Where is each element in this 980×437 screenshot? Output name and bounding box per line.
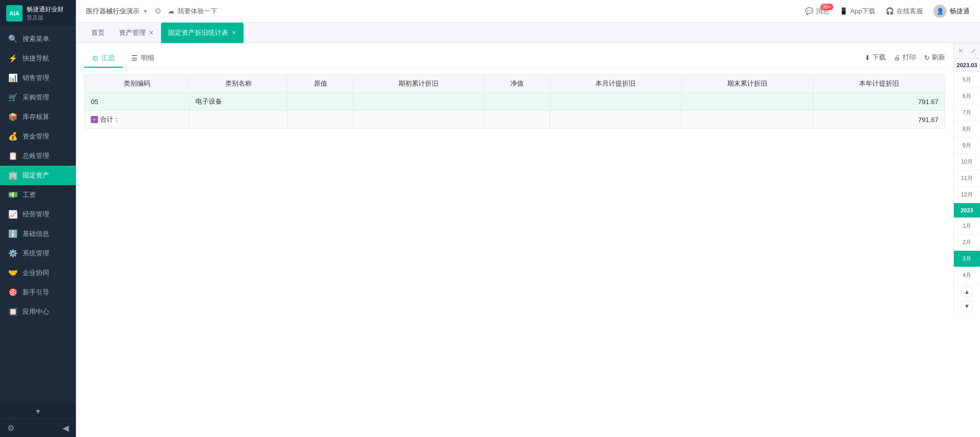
date-panel-close-button[interactable]: ✕	[956, 45, 965, 56]
date-panel-expand-button[interactable]: ⤢	[969, 45, 978, 56]
print-icon: 🖨	[894, 54, 901, 62]
logo-icon: AtA	[6, 5, 23, 22]
month-2023-4[interactable]: 4月	[954, 267, 980, 284]
finance-icon: 💰	[8, 132, 17, 141]
sales-icon: 📊	[8, 73, 17, 83]
user-info[interactable]: 👤 畅捷通	[933, 5, 970, 18]
date-prev-button[interactable]: ▲	[961, 286, 973, 298]
col-yearly-depreciation: 本年计提折旧	[813, 75, 945, 93]
tab-depreciation-report-close[interactable]: ✕	[231, 29, 236, 36]
sub-tab-detail[interactable]: ☰ 明细	[123, 49, 163, 68]
date-panel-actions: ▲ ▼	[954, 284, 980, 314]
year-2023[interactable]: 2023	[954, 203, 980, 218]
row-net-value	[485, 93, 550, 111]
month-earlier-8[interactable]: 8月	[954, 121, 980, 137]
month-earlier-5[interactable]: 5月	[954, 72, 980, 88]
total-yearly-depreciation: 791.67	[813, 111, 945, 129]
sidebar-item-purchase[interactable]: 🛒 采购管理	[0, 88, 76, 107]
main-area: 医疗器械行业演示 ▼ ⚙ ☁ 我要体验一下 💬 消息 99+ 📱 App下载 🎧…	[76, 0, 980, 437]
sidebar-item-system[interactable]: ⚙️ 系统管理	[0, 244, 76, 263]
col-original-value: 原值	[288, 75, 353, 93]
total-row: + 合计： 791.67	[85, 111, 945, 129]
sidebar-settings-button[interactable]: ⚙	[7, 423, 14, 433]
table-row: 05 电子设备 791.67	[85, 93, 945, 111]
sidebar-item-operations[interactable]: 📈 经营管理	[0, 205, 76, 224]
sidebar-item-basic-info[interactable]: ℹ️ 基础信息	[0, 224, 76, 244]
experience-icon: ☁	[168, 7, 174, 15]
print-button[interactable]: 🖨 打印	[894, 53, 916, 62]
logo-text: 畅捷通好业财 普及版	[27, 5, 64, 22]
sidebar-item-search[interactable]: 🔍 搜索菜单	[0, 29, 76, 49]
app-download-button[interactable]: 📱 App下载	[839, 7, 875, 16]
col-opening-accumulated: 期初累计折旧	[353, 75, 485, 93]
main-panel: ⊙ 汇总 ☰ 明细 ⬇ 下载 🖨 打印	[76, 43, 953, 437]
detail-tab-icon: ☰	[131, 54, 138, 62]
toolbar-actions: ⬇ 下载 🖨 打印 ↻ 刷新	[865, 53, 945, 64]
col-name: 类别名称	[189, 75, 288, 93]
topbar-settings-icon[interactable]: ⚙	[154, 6, 162, 16]
company-dropdown-arrow: ▼	[143, 8, 148, 14]
col-closing-accumulated: 期末累计折旧	[682, 75, 813, 93]
sidebar-nav: 🔍 搜索菜单 ⚡ 快捷导航 📊 销售管理 🛒 采购管理 📦 库存核算 💰 资金管…	[0, 27, 76, 405]
experience-button[interactable]: ☁ 我要体验一下	[168, 7, 217, 16]
date-next-button[interactable]: ▼	[961, 300, 973, 312]
sidebar-item-inventory[interactable]: 📦 库存核算	[0, 107, 76, 127]
col-monthly-depreciation: 本月计提折旧	[550, 75, 682, 93]
date-panel: ✕ ⤢ 2023.03 5月 6月 7月 8月 9月 10月 11月 12月 2…	[953, 43, 980, 314]
inventory-icon: 📦	[8, 112, 17, 122]
content-area: ⊙ 汇总 ☰ 明细 ⬇ 下载 🖨 打印	[76, 43, 980, 437]
month-2023-3[interactable]: 3月	[954, 251, 980, 267]
ledger-icon: 📋	[8, 151, 17, 161]
month-2023-1[interactable]: 1月	[954, 218, 980, 234]
company-name: 医疗器械行业演示	[86, 7, 139, 16]
payroll-icon: 💵	[8, 190, 17, 200]
total-label-cell: + 合计：	[85, 111, 189, 129]
sub-tabs-left: ⊙ 汇总 ☰ 明细	[84, 49, 163, 68]
sidebar-item-collab[interactable]: 🤝 企业协同	[0, 263, 76, 283]
sidebar-collapse-button[interactable]: ◀	[63, 423, 69, 433]
row-original-value	[288, 93, 353, 111]
col-code: 类别编码	[85, 75, 189, 93]
table-container: 类别编码 类别名称 原值 期初累计折旧 净值 本月计提折旧 期末累计折旧 本年计…	[84, 74, 945, 129]
notifications-button[interactable]: 💬 消息 99+	[805, 7, 829, 16]
sidebar-item-ledger[interactable]: 📋 总账管理	[0, 146, 76, 166]
tab-bar: 首页 资产管理 ✕ 固定资产折旧统计表 ✕	[76, 23, 980, 43]
sidebar-item-fixed-assets[interactable]: 🏢 固定资产	[0, 166, 76, 185]
refresh-button[interactable]: ↻ 刷新	[924, 53, 945, 62]
month-earlier-9[interactable]: 9月	[954, 137, 980, 154]
company-selector[interactable]: 医疗器械行业演示 ▼	[86, 7, 148, 16]
total-original-value	[288, 111, 353, 129]
row-monthly-depreciation	[550, 93, 682, 111]
month-earlier-11[interactable]: 11月	[954, 170, 980, 187]
col-net-value: 净值	[485, 75, 550, 93]
month-earlier-6[interactable]: 6月	[954, 88, 980, 105]
sidebar-item-payroll[interactable]: 💵 工资	[0, 185, 76, 205]
depreciation-table: 类别编码 类别名称 原值 期初累计折旧 净值 本月计提折旧 期末累计折旧 本年计…	[84, 74, 945, 129]
fixed-assets-icon: 🏢	[8, 171, 17, 180]
tab-asset-management[interactable]: 资产管理 ✕	[112, 23, 161, 43]
sidebar-item-sales[interactable]: 📊 销售管理	[0, 68, 76, 88]
support-icon: 🎧	[886, 7, 894, 15]
expand-icon[interactable]: +	[91, 116, 98, 123]
download-button[interactable]: ⬇ 下载	[865, 53, 886, 62]
month-earlier-10[interactable]: 10月	[954, 154, 980, 170]
month-earlier-12[interactable]: 12月	[954, 187, 980, 203]
sidebar-item-app-center[interactable]: 🔲 应用中心	[0, 302, 76, 322]
online-support-button[interactable]: 🎧 在线客服	[886, 7, 923, 16]
date-panel-wrapper: ✕ ⤢ 2023.03 5月 6月 7月 8月 9月 10月 11月 12月 2…	[953, 43, 980, 437]
month-earlier-7[interactable]: 7月	[954, 105, 980, 121]
sidebar-logo: AtA 畅捷通好业财 普及版	[0, 0, 76, 27]
sidebar-item-guide[interactable]: 🎯 新手引导	[0, 283, 76, 302]
month-2023-2[interactable]: 2月	[954, 234, 980, 251]
system-icon: ⚙️	[8, 249, 17, 258]
sidebar-scroll-down[interactable]: ▼	[0, 405, 76, 419]
row-name: 电子设备	[189, 93, 288, 111]
sidebar-item-quicknav[interactable]: ⚡ 快捷导航	[0, 49, 76, 68]
tab-home[interactable]: 首页	[84, 23, 112, 43]
quicknav-icon: ⚡	[8, 54, 17, 63]
row-closing-accumulated	[682, 93, 813, 111]
sub-tab-summary[interactable]: ⊙ 汇总	[84, 49, 123, 68]
tab-asset-management-close[interactable]: ✕	[149, 29, 154, 36]
sidebar-item-finance[interactable]: 💰 资金管理	[0, 127, 76, 146]
tab-depreciation-report[interactable]: 固定资产折旧统计表 ✕	[161, 23, 244, 43]
